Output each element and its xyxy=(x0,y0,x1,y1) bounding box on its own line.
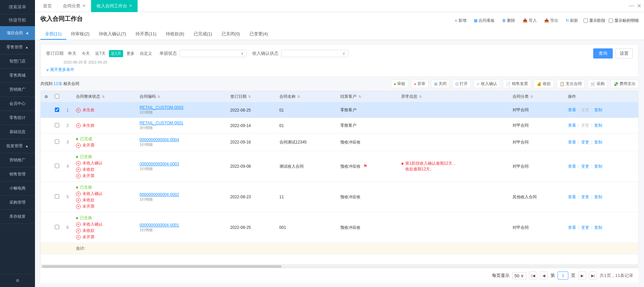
toolbar-new-btn[interactable]: + 新增 xyxy=(453,17,468,25)
filter-tab-pending-payment[interactable]: 待收款(8) xyxy=(161,29,189,40)
page-first-btn[interactable]: |◀ xyxy=(529,272,537,280)
op-change-5[interactable]: 变更 xyxy=(581,194,589,200)
row-checkbox-2[interactable] xyxy=(55,123,59,127)
col-checkbox[interactable] xyxy=(51,91,63,102)
tab-close-income-contract[interactable]: ✕ xyxy=(129,4,132,8)
page-size-select[interactable]: 50 ∨ xyxy=(512,272,526,279)
query-button[interactable]: 查询 xyxy=(593,48,613,58)
contract-link-4[interactable]: 0000000000004-0003 xyxy=(140,162,179,166)
scrollbar-thumb[interactable] xyxy=(42,265,281,268)
shortcut-1month[interactable]: 近1月 xyxy=(109,50,123,57)
show-stage-checkbox[interactable] xyxy=(583,18,588,23)
page-prev-btn[interactable]: ◀ xyxy=(540,272,548,280)
action-expense-btn[interactable]: 💸 费用支出 xyxy=(610,80,639,88)
cell-checkbox-1[interactable] xyxy=(51,102,63,118)
setting-button[interactable]: 设置 xyxy=(615,48,633,58)
sidebar-item-smart-store[interactable]: 智慧门店 xyxy=(0,54,35,69)
contract-link-2[interactable]: RETAIL_CUSTOM-0001 xyxy=(140,121,183,125)
action-purchase-btn[interactable]: 🛒 采购 xyxy=(588,80,608,88)
op-view-1[interactable]: 查看 xyxy=(568,107,576,113)
cell-checkbox-6[interactable] xyxy=(51,212,63,243)
sidebar-item-basic-info[interactable]: 基础信息 xyxy=(0,125,35,139)
sidebar-item-project[interactable]: 项目合同 ◀ xyxy=(0,26,35,40)
show-detail-checkbox[interactable] xyxy=(609,18,613,23)
contract-link-6[interactable]: 0000000000004-0001 xyxy=(140,223,179,228)
action-expense-contract-btn[interactable]: 📋 支出合同 xyxy=(557,80,585,88)
shortcut-7days[interactable]: 近7天 xyxy=(93,50,108,57)
op-view-6[interactable]: 查看 xyxy=(568,225,576,231)
filter-tab-completed[interactable]: 已完成(1) xyxy=(189,29,217,40)
sidebar-item-inventory[interactable]: 库存核算 xyxy=(0,210,35,224)
shortcut-more[interactable]: 更多 xyxy=(124,50,137,57)
sidebar-item-marketing2[interactable]: 营销推广 xyxy=(0,153,35,167)
filter-tab-pending-confirm[interactable]: 待收入确认(7) xyxy=(94,29,131,40)
op-copy-3[interactable]: 复制 xyxy=(594,139,602,145)
op-change-3[interactable]: 变更 xyxy=(581,139,589,145)
row-checkbox-5[interactable] xyxy=(55,194,59,199)
tab-minimize-icon[interactable]: — xyxy=(629,3,634,9)
sidebar-settings[interactable]: ⚙ xyxy=(0,274,35,287)
col-contract-category[interactable]: 合同分类 ⇅ xyxy=(509,91,565,102)
filter-tab-changed[interactable]: 已变更(4) xyxy=(245,29,273,40)
cell-checkbox-3[interactable] xyxy=(51,133,63,151)
toolbar-export-btn[interactable]: 📤 导出 xyxy=(542,17,560,25)
action-review-btn[interactable]: ● 审核 xyxy=(391,80,408,88)
sidebar-item-retail-stats[interactable]: 零售统计 xyxy=(0,111,35,125)
op-view-4[interactable]: 查看 xyxy=(568,164,576,169)
filter-tab-pending-review[interactable]: 待审核(2) xyxy=(66,29,94,40)
action-collection-btn[interactable]: 💰 收款 xyxy=(534,80,554,88)
shortcut-yesterday[interactable]: 昨天 xyxy=(66,50,78,57)
action-sales-invoice-btn[interactable]: 📄 销售发票 xyxy=(503,80,531,88)
shortcut-today[interactable]: 今天 xyxy=(80,50,92,57)
col-sign-date[interactable]: 签订日期 ⇅ xyxy=(227,91,276,102)
op-change-1[interactable]: 变更 xyxy=(581,107,589,113)
page-last-btn[interactable]: ▶| xyxy=(589,272,597,280)
toolbar-kanban-btn[interactable]: ▦ 合同看板 xyxy=(472,17,497,25)
sidebar-item-marketing[interactable]: 营销推广 xyxy=(0,83,35,97)
filter-tab-closed[interactable]: 已关闭(0) xyxy=(217,29,245,40)
op-copy-1[interactable]: 复制 xyxy=(594,107,602,113)
sidebar-item-retail-mgmt[interactable]: 零售管理 ▲ xyxy=(0,40,35,54)
toolbar-delete-btn[interactable]: 🗑 删除 xyxy=(500,17,517,25)
op-copy-6[interactable]: 复制 xyxy=(594,225,602,231)
op-view-2[interactable]: 查看 xyxy=(568,123,576,128)
cell-checkbox-2[interactable] xyxy=(51,118,63,133)
filter-tab-all[interactable]: 全部(11) xyxy=(40,29,66,40)
op-change-4[interactable]: 变更 xyxy=(581,164,589,169)
sidebar-item-purchase[interactable]: 采购管理 xyxy=(0,196,35,210)
expand-conditions-btn[interactable]: ∨ 展开更多条件 xyxy=(46,67,633,73)
action-income-confirm-btn[interactable]: ✓ 收入确认 xyxy=(473,80,500,88)
tab-close-contract-category[interactable]: ✕ xyxy=(82,4,85,8)
col-contract-name[interactable]: 合同名称 ⇅ xyxy=(276,91,337,102)
tab-income-contract[interactable]: 收入合同工作台 ✕ xyxy=(91,0,138,12)
doc-status-select[interactable]: ∨ xyxy=(180,50,247,57)
toolbar-refresh-btn[interactable]: ↻ 刷新 xyxy=(564,17,580,25)
sidebar-item-retail-mall[interactable]: 零售商城 xyxy=(0,69,35,83)
shortcut-custom[interactable]: 自定义 xyxy=(138,50,154,57)
toolbar-import-btn[interactable]: 📥 导入 xyxy=(521,17,539,25)
op-copy-5[interactable]: 复制 xyxy=(594,194,602,200)
col-overall-status[interactable]: 合同整体状态 ⇅ xyxy=(73,91,136,102)
row-checkbox-4[interactable] xyxy=(55,164,59,168)
contract-link-1[interactable]: RETAIL_CUSTOM-0003 xyxy=(140,105,183,110)
page-next-btn[interactable]: ▶ xyxy=(578,272,586,280)
contract-link-3[interactable]: 0000000000004-0004 xyxy=(140,137,179,142)
row-checkbox-6[interactable] xyxy=(55,225,59,229)
op-view-3[interactable]: 查看 xyxy=(568,139,576,145)
income-confirm-select[interactable]: ∨ xyxy=(281,50,348,57)
tab-contract-category[interactable]: 合同分类 ✕ xyxy=(58,0,91,12)
sidebar-item-member[interactable]: 会员中心 xyxy=(0,97,35,111)
row-checkbox-1[interactable] xyxy=(55,108,59,112)
select-all-checkbox[interactable] xyxy=(55,94,59,98)
sidebar-nav[interactable]: 快捷导航 xyxy=(0,14,35,26)
sidebar-item-xc-ecom[interactable]: 小畅电商 xyxy=(0,181,35,196)
sidebar-search[interactable]: 搜索菜单 xyxy=(0,0,35,14)
cell-checkbox-4[interactable] xyxy=(51,151,63,182)
op-copy-2[interactable]: 复制 xyxy=(594,123,602,128)
horizontal-scrollbar[interactable] xyxy=(40,265,639,268)
action-open-btn[interactable]: ⊡ 打开 xyxy=(452,80,471,88)
action-abandon-btn[interactable]: ● 弃审 xyxy=(411,80,428,88)
sidebar-item-sales-mgmt[interactable]: 销售管理 xyxy=(0,167,35,181)
col-settings[interactable]: ⚙ xyxy=(41,91,51,102)
tab-home[interactable]: 首页 xyxy=(38,0,58,12)
